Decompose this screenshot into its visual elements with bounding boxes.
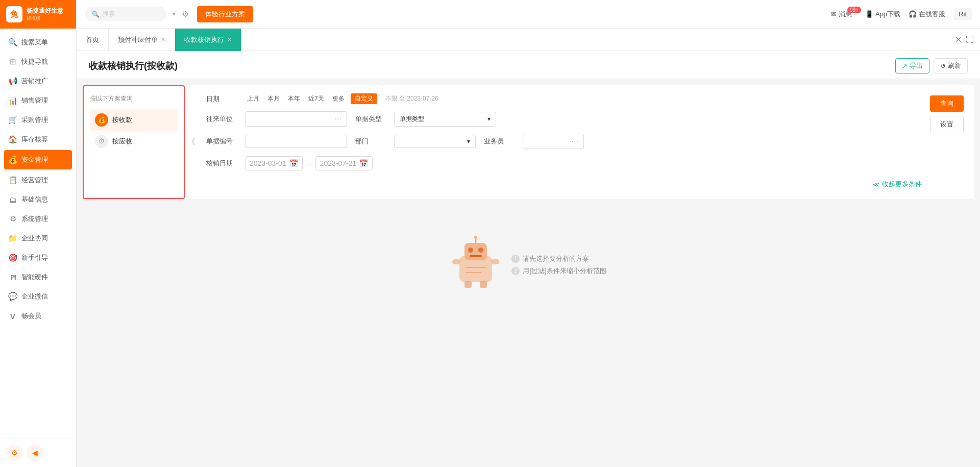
dept-select[interactable]: ▾ <box>394 135 476 148</box>
empty-tip-2: 2 用[过滤]条件来缩小分析范围 <box>511 266 606 276</box>
date-btn-custom[interactable]: 自定义 <box>351 93 377 104</box>
sidebar-logo: 兔 畅捷通好生意 标准版 <box>0 0 76 29</box>
sidebar-item-sales[interactable]: 📊 销售管理 <box>0 91 76 110</box>
topbar-search[interactable]: 🔍 搜索 <box>85 7 166 21</box>
empty-tips: 1 请先选择要分析的方案 2 用[过滤]条件来缩小分析范围 <box>511 254 606 276</box>
verify-date-range: 2023-03-01 📅 — 2023-07-21 📅 <box>245 156 373 170</box>
collapse-more-btn[interactable]: ≪ 收起更多条件 <box>206 178 922 191</box>
svg-rect-4 <box>470 255 482 257</box>
collapse-icon: ≪ <box>873 181 880 188</box>
verify-date-start[interactable]: 2023-03-01 📅 <box>245 156 303 170</box>
sidebar-collapse-btn[interactable]: ◀ <box>27 445 43 461</box>
weixin-icon: 💬 <box>8 292 17 301</box>
dept-label: 部门 <box>355 137 386 146</box>
query-button[interactable]: 查询 <box>930 95 964 112</box>
refresh-icon: ↺ <box>940 62 946 70</box>
empty-tip-1: 1 请先选择要分析的方案 <box>511 254 606 263</box>
sidebar-item-business[interactable]: 📋 经营管理 <box>0 170 76 190</box>
tab-prepay-close[interactable]: ✕ <box>161 36 165 43</box>
sidebar-item-search[interactable]: 🔍 搜索菜单 <box>0 33 76 52</box>
verify-date-end[interactable]: 2023-07-21 📅 <box>315 156 373 170</box>
verify-date-label: 核销日期 <box>206 159 237 168</box>
filter-collapse-toggle[interactable]: 《 <box>187 85 196 199</box>
tab-maximize-icon[interactable]: ⛶ <box>966 35 974 44</box>
basic-icon: 🗂 <box>8 195 17 204</box>
finance-icon: 💰 <box>8 155 17 164</box>
filter-container: 按以下方案查询 💰 按收款 ⏱ 按应收 《 <box>83 85 974 199</box>
partner-label: 往来单位 <box>206 114 237 124</box>
doctype-select[interactable]: 单据类型 ▾ <box>394 112 496 127</box>
tabbar: 首页 预付冲应付单 ✕ 收款核销执行 ✕ ✕ ⛶ <box>77 29 980 51</box>
home-icon: ⊞ <box>8 57 17 66</box>
topbar-right: ✉ 消息 99+ 📱 App下载 🎧 在线客服 Rit <box>831 8 972 20</box>
docno-input[interactable] <box>245 135 347 148</box>
sidebar-item-inventory[interactable]: 🏠 库存核算 <box>0 130 76 149</box>
sidebar-item-marketing[interactable]: 📢 营销推广 <box>0 71 76 91</box>
topbar-message[interactable]: ✉ 消息 99+ <box>831 10 857 19</box>
sidebar-item-newbie[interactable]: 🎯 新手引导 <box>0 248 76 267</box>
page-title: 收款核销执行(按收款) <box>89 60 178 72</box>
topbar-online-service[interactable]: 🎧 在线客服 <box>909 10 945 19</box>
sidebar-settings-btn[interactable]: ⚙ <box>6 445 22 461</box>
sidebar-item-basic[interactable]: 🗂 基础信息 <box>0 190 76 209</box>
sidebar-item-quick[interactable]: ⊞ 快捷导航 <box>0 52 76 71</box>
app-icon: 📱 <box>865 10 873 18</box>
calendar-icon-end: 📅 <box>359 159 368 167</box>
page-header-actions: ↗ 导出 ↺ 刷新 <box>895 58 968 73</box>
tab-receipt-close[interactable]: ✕ <box>227 36 232 43</box>
by-receipt-icon: 💰 <box>95 113 108 127</box>
docno-label: 单据编号 <box>206 137 237 146</box>
calendar-icon: 📅 <box>289 159 298 167</box>
sidebar-bottom: ⚙ ◀ <box>0 438 76 467</box>
sidebar-item-weixin[interactable]: 💬 企业微信 <box>0 287 76 306</box>
filter-date-row: 日期 上月 本月 本年 近7天 更多 自定义 不限 至 2023-07-26 <box>206 93 922 104</box>
topbar-app-download[interactable]: 📱 App下载 <box>865 10 900 19</box>
tab-prepay[interactable]: 预付冲应付单 ✕ <box>109 29 175 51</box>
by-receivable-icon: ⏱ <box>95 135 108 148</box>
business-icon: 📋 <box>8 176 17 185</box>
filter-docno-dept-row: 单据编号 部门 ▾ 业务员 ··· <box>206 134 922 149</box>
dept-chevron-icon: ▾ <box>467 138 470 145</box>
date-btn-last-month[interactable]: 上月 <box>245 93 261 104</box>
sidebar-item-enterprise[interactable]: 📁 企业协同 <box>0 229 76 248</box>
date-btn-this-year[interactable]: 本年 <box>286 93 302 104</box>
topbar-gear-icon[interactable]: ⚙ <box>182 9 189 19</box>
marketing-icon: 📢 <box>8 77 17 86</box>
doctype-label: 单据类型 <box>355 114 386 124</box>
staff-ellipsis[interactable]: ··· <box>572 137 578 146</box>
refresh-button[interactable]: ↺ 刷新 <box>934 58 968 73</box>
filter-actions: 查询 设置 <box>930 93 964 133</box>
search-icon: 🔍 <box>92 11 100 18</box>
settings-button[interactable]: 设置 <box>930 116 964 133</box>
staff-label: 业务员 <box>484 137 514 146</box>
sidebar-nav: 🔍 搜索菜单 ⊞ 快捷导航 📢 营销推广 📊 销售管理 🛒 采购管理 🏠 库存核… <box>0 29 76 438</box>
sidebar-item-system[interactable]: ⚙ 系统管理 <box>0 209 76 229</box>
topbar-user[interactable]: Rit <box>953 8 972 20</box>
tip-number-1: 1 <box>511 255 520 263</box>
message-icon: ✉ <box>831 10 837 18</box>
sales-icon: 📊 <box>8 96 17 105</box>
inventory-icon: 🏠 <box>8 135 17 144</box>
tab-close-window-icon[interactable]: ✕ <box>955 35 962 44</box>
sidebar-item-member[interactable]: V 畅会员 <box>0 306 76 326</box>
date-btn-more[interactable]: 更多 <box>330 93 347 104</box>
filter-option-by-receivable[interactable]: ⏱ 按应收 <box>90 131 178 152</box>
system-icon: ⚙ <box>8 214 17 224</box>
staff-input[interactable]: ··· <box>523 134 584 149</box>
svg-rect-1 <box>464 243 487 260</box>
sidebar-item-finance[interactable]: 💰 资金管理 <box>4 150 72 169</box>
filter-option-by-receipt[interactable]: 💰 按收款 <box>90 109 178 131</box>
tab-receipt[interactable]: 收款核销执行 ✕ <box>175 29 241 51</box>
partner-ellipsis[interactable]: ··· <box>335 114 341 124</box>
sidebar-item-purchase[interactable]: 🛒 采购管理 <box>0 110 76 130</box>
tab-home[interactable]: 首页 <box>77 29 109 51</box>
topbar-dropdown-arrow[interactable]: ▾ <box>173 11 176 17</box>
industry-solution-button[interactable]: 体验行业方案 <box>197 6 253 22</box>
partner-input[interactable]: ··· <box>245 111 347 127</box>
export-button[interactable]: ↗ 导出 <box>895 58 929 73</box>
date-btn-7days[interactable]: 近7天 <box>306 93 326 104</box>
date-separator: — <box>306 160 312 167</box>
sidebar-item-hardware[interactable]: 🖥 智能硬件 <box>0 267 76 287</box>
date-btn-this-month[interactable]: 本月 <box>265 93 282 104</box>
enterprise-icon: 📁 <box>8 234 17 243</box>
